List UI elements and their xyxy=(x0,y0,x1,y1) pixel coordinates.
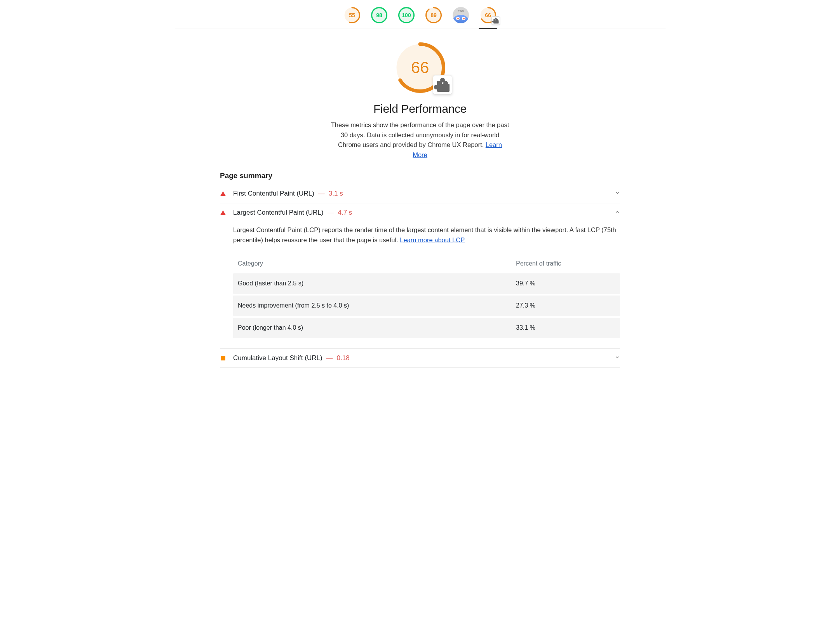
hero-gauge: 66 xyxy=(395,42,445,93)
gauge-row: 55 98 100 89PWA 66 xyxy=(175,0,666,28)
puzzle-icon xyxy=(433,75,452,94)
metric-row[interactable]: First Contentful Paint (URL) — 3.1 s xyxy=(220,184,620,203)
table-row: Needs improvement (from 2.5 s to 4.0 s) … xyxy=(233,296,620,316)
gauge-score: 55 xyxy=(344,7,360,23)
table-cell: Poor (longer than 4.0 s) xyxy=(233,318,511,338)
metric-name: Cumulative Layout Shift (URL) xyxy=(233,354,322,362)
metric-value: 0.18 xyxy=(337,354,350,362)
table-cell: Needs improvement (from 2.5 s to 4.0 s) xyxy=(233,296,511,316)
table-row: Poor (longer than 4.0 s) 33.1 % xyxy=(233,318,620,338)
gauge-5[interactable]: 66 xyxy=(480,7,496,23)
chevron-up-icon xyxy=(615,209,620,216)
puzzle-icon xyxy=(491,16,500,25)
metric-dash: — xyxy=(327,209,334,217)
table-header: Category xyxy=(233,256,511,272)
hero-section: 66 Field Performance These metrics show … xyxy=(175,28,666,160)
gauge-score: 89 xyxy=(425,7,442,23)
table-row: Good (faster than 2.5 s) 39.7 % xyxy=(233,273,620,294)
gauge-0[interactable]: 55 xyxy=(344,7,360,23)
metric-value: 4.7 s xyxy=(338,209,352,217)
table-cell: Good (faster than 2.5 s) xyxy=(233,273,511,294)
triangle-icon xyxy=(220,210,226,215)
gauge-1[interactable]: 98 xyxy=(371,7,387,23)
table-header: Percent of traffic xyxy=(511,256,620,272)
learn-more-lcp-link[interactable]: Learn more about LCP xyxy=(400,236,465,243)
square-icon xyxy=(220,356,226,360)
gauge-2[interactable]: 100 xyxy=(398,7,415,23)
gauge-pwa[interactable]: PWA xyxy=(453,7,469,23)
gauge-score: 98 xyxy=(371,7,387,23)
section-title: Page summary xyxy=(220,171,620,180)
metric-value: 3.1 s xyxy=(329,190,343,198)
pwa-label: PWA xyxy=(453,9,469,12)
metric-dash: — xyxy=(326,354,333,362)
gauge-3[interactable]: 89 xyxy=(425,7,442,23)
metric-row[interactable]: Largest Contentful Paint (URL) — 4.7 s xyxy=(220,203,620,222)
metric-name: Largest Contentful Paint (URL) xyxy=(233,209,323,217)
table-cell: 33.1 % xyxy=(511,318,620,338)
table-cell: 39.7 % xyxy=(511,273,620,294)
content: Page summary First Contentful Paint (URL… xyxy=(220,171,620,367)
chevron-down-icon xyxy=(615,190,620,197)
gauge-score: 100 xyxy=(398,7,415,23)
metric-row[interactable]: Cumulative Layout Shift (URL) — 0.18 xyxy=(220,348,620,368)
hero-description: These metrics show the performance of th… xyxy=(331,120,509,160)
triangle-icon xyxy=(220,191,226,196)
chevron-down-icon xyxy=(615,355,620,362)
metric-dash: — xyxy=(318,190,325,198)
distribution-table: Category Percent of traffic Good (faster… xyxy=(233,254,620,339)
metric-body: Largest Contentful Paint (LCP) reports t… xyxy=(220,222,620,348)
pwa-icon xyxy=(453,15,469,23)
page-title: Field Performance xyxy=(373,102,467,115)
metric-name: First Contentful Paint (URL) xyxy=(233,190,314,198)
table-cell: 27.3 % xyxy=(511,296,620,316)
tab-underline xyxy=(479,28,497,29)
